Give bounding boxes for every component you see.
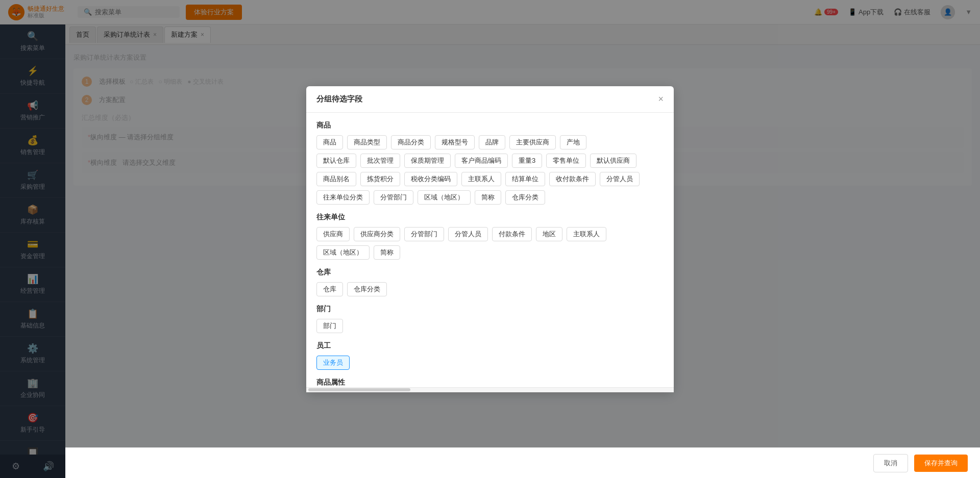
section-title-employee: 员工 [316,341,664,350]
tag-product-2[interactable]: 商品分类 [391,135,431,149]
tag-product-15[interactable]: 拣货积分 [360,172,400,186]
tag-warehouse-0[interactable]: 仓库 [316,282,343,296]
tag-product-3[interactable]: 规格型号 [435,135,475,149]
tag-partner-3[interactable]: 分管人员 [448,227,488,241]
tag-product-19[interactable]: 收付款条件 [549,172,596,186]
tags-department: 部门 [316,319,664,333]
section-title-product: 商品 [316,121,664,130]
dialog-header: 分组待选字段 × [306,86,674,113]
section-title-department: 部门 [316,305,664,314]
tags-warehouse: 仓库 仓库分类 [316,282,664,296]
tag-partner-4[interactable]: 付款条件 [492,227,532,241]
tag-product-7[interactable]: 默认仓库 [316,154,356,168]
dialog-horizontal-scrollbar[interactable] [306,387,674,392]
hscroll-thumb[interactable] [308,388,410,391]
section-title-product-attr: 商品属性 [316,378,664,387]
tag-department-0[interactable]: 部门 [316,319,343,333]
tag-product-9[interactable]: 保质期管理 [404,154,451,168]
tag-product-13[interactable]: 默认供应商 [590,154,636,168]
tag-product-14[interactable]: 商品别名 [316,172,356,186]
tag-product-0[interactable]: 商品 [316,135,343,149]
dialog-title: 分组待选字段 [316,94,362,104]
tag-product-11[interactable]: 重量3 [512,154,542,168]
tag-partner-0[interactable]: 供应商 [316,227,350,241]
section-title-partner: 往来单位 [316,213,664,222]
tags-partner: 供应商 供应商分类 分管部门 分管人员 付款条件 地区 主联系人 [316,227,664,241]
dialog-overlay: 分组待选字段 × 商品 商品 商品类型 商品分类 规格型号 品牌 主要供应商 产… [0,0,980,478]
tag-product-20[interactable]: 分管人员 [600,172,640,186]
tag-product-8[interactable]: 批次管理 [360,154,400,168]
tag-warehouse-1[interactable]: 仓库分类 [347,282,387,296]
tags-product-row2: 默认仓库 批次管理 保质期管理 客户商品编码 重量3 零售单位 默认供应商 [316,154,664,168]
tags-product: 商品 商品类型 商品分类 规格型号 品牌 主要供应商 产地 [316,135,664,149]
tag-product-23[interactable]: 区域（地区） [418,190,471,205]
field-select-dialog: 分组待选字段 × 商品 商品 商品类型 商品分类 规格型号 品牌 主要供应商 产… [306,86,674,392]
tags-employee: 业务员 [316,356,664,370]
tag-product-4[interactable]: 品牌 [479,135,505,149]
dialog-body: 商品 商品 商品类型 商品分类 规格型号 品牌 主要供应商 产地 默认仓库 批次… [306,113,674,387]
tag-product-10[interactable]: 客户商品编码 [455,154,508,168]
tag-partner-7[interactable]: 区域（地区） [316,245,370,260]
tag-product-12[interactable]: 零售单位 [546,154,586,168]
tag-product-22[interactable]: 分管部门 [374,190,413,205]
tag-partner-8[interactable]: 简称 [374,245,400,260]
tag-product-1[interactable]: 商品类型 [347,135,387,149]
tag-partner-5[interactable]: 地区 [536,227,562,241]
tag-partner-2[interactable]: 分管部门 [404,227,444,241]
section-title-warehouse: 仓库 [316,268,664,277]
tags-product-row3: 商品别名 拣货积分 税收分类编码 主联系人 结算单位 收付款条件 分管人员 [316,172,664,186]
tag-product-17[interactable]: 主联系人 [461,172,501,186]
bottom-actions: 取消 保存并查询 [65,447,980,478]
tag-product-25[interactable]: 仓库分类 [505,190,545,205]
tag-product-16[interactable]: 税收分类编码 [404,172,457,186]
tag-product-21[interactable]: 往来单位分类 [316,190,370,205]
tag-employee-0[interactable]: 业务员 [316,356,350,370]
tag-partner-6[interactable]: 主联系人 [567,227,606,241]
save-query-button[interactable]: 保存并查询 [914,455,968,472]
tag-product-18[interactable]: 结算单位 [505,172,545,186]
tags-product-row4: 往来单位分类 分管部门 区域（地区） 简称 仓库分类 [316,190,664,205]
tag-product-24[interactable]: 简称 [475,190,501,205]
tag-product-5[interactable]: 主要供应商 [509,135,556,149]
tag-product-6[interactable]: 产地 [560,135,586,149]
dialog-close-button[interactable]: × [658,94,664,104]
tag-partner-1[interactable]: 供应商分类 [354,227,400,241]
cancel-button[interactable]: 取消 [873,454,908,472]
tags-partner-row2: 区域（地区） 简称 [316,245,664,260]
